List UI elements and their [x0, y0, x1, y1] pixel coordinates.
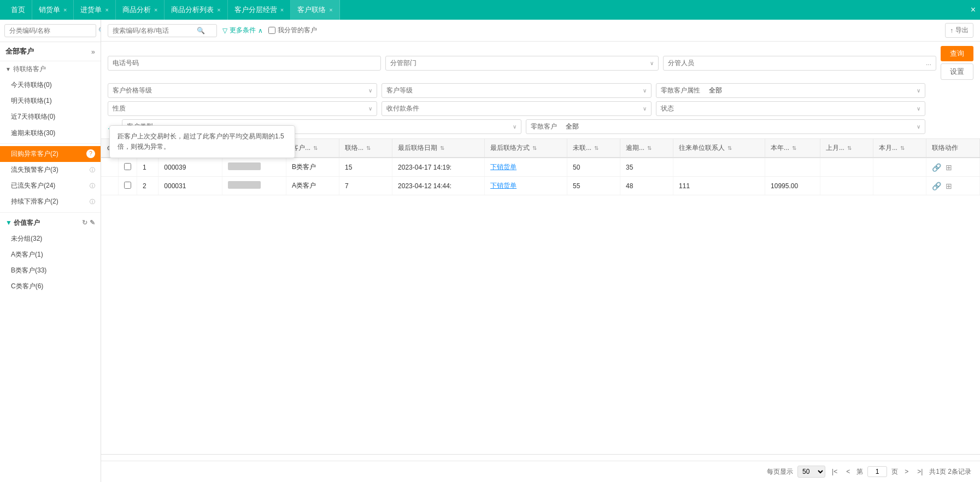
sidebar-item-overdue[interactable]: 逾期未联络(30) — [0, 125, 101, 141]
th-this-year[interactable]: 本年... ⇅ — [765, 139, 820, 158]
page-input[interactable] — [867, 466, 887, 477]
td-index-1: 1 — [137, 158, 159, 177]
tab-customer-seg[interactable]: 客户分层经营 × — [228, 0, 291, 20]
settings-button[interactable]: 设置 — [941, 63, 973, 80]
filter-phone[interactable]: 电话号码 — [108, 56, 381, 71]
sidebar-item-class-a[interactable]: A类客户(1) — [0, 247, 101, 263]
filter-manager[interactable]: 分管人员 ... — [663, 56, 936, 71]
action-link-icon-1[interactable]: 🔗 — [932, 163, 941, 172]
th-unit-contact[interactable]: 往来单位联系人 ⇅ — [673, 139, 765, 158]
more-filters-button[interactable]: ▽ 更多条件 ∧ — [222, 26, 263, 35]
sidebar-item-tomorrow[interactable]: 明天待联络(1) — [0, 93, 101, 109]
row-checkbox-1[interactable] — [124, 163, 131, 170]
filter-price-level[interactable]: 客户价格等级 ∨ — [108, 83, 377, 98]
sort-icon-level: ⇅ — [313, 145, 318, 151]
sort-icon-contact: ⇅ — [366, 145, 371, 151]
horizontal-scrollbar[interactable] — [101, 454, 980, 461]
td-last-way-1[interactable]: 下销货单 — [485, 158, 567, 177]
filter-customer-level[interactable]: 客户等级 ∨ — [382, 83, 651, 98]
sidebar-item-churned[interactable]: 已流失客户(24) ⓘ — [0, 178, 101, 194]
sidebar-item-7days[interactable]: 近7天待联络(0) — [0, 109, 101, 125]
per-page-select[interactable]: 50 20 100 — [797, 466, 825, 478]
td-unit-2: 111 — [673, 177, 765, 195]
export-button[interactable]: ↑ 导出 — [945, 23, 973, 38]
search-input[interactable] — [113, 27, 195, 34]
action-link-icon-2[interactable]: 🔗 — [932, 182, 941, 190]
sidebar-section-waiting-title[interactable]: ▼ 待联络客户 — [0, 61, 101, 77]
filter-status[interactable]: 状态 ∨ — [656, 101, 925, 116]
sidebar-section-waiting: ▼ 待联络客户 今天待联络(0) 明天待联络(1) 近7天待联络(0) 逾期未联… — [0, 61, 101, 141]
th-overdue[interactable]: 逾期... ⇅ — [620, 139, 673, 158]
tab-analysis-close[interactable]: × — [154, 7, 157, 13]
td-contact-2: 7 — [339, 177, 392, 195]
td-code-2: 000031 — [159, 177, 222, 195]
filter-bar: 🔍 ▽ 更多条件 ∧ 我分管的客户 ↑ 导出 — [101, 20, 980, 42]
row-checkbox-2[interactable] — [124, 182, 131, 189]
blurred-name-1 — [228, 162, 261, 170]
search-icon[interactable]: 🔍 — [197, 27, 205, 34]
prev-page-btn[interactable]: < — [844, 467, 852, 477]
sidebar-search-input[interactable] — [4, 24, 96, 37]
td-action-2: 🔗 ⊞ — [926, 177, 979, 195]
sidebar-item-declining[interactable]: 持续下滑客户(2) ⓘ — [0, 194, 101, 210]
sidebar-all-customers[interactable]: 全部客户 » — [0, 42, 101, 61]
th-this-month[interactable]: 本月... ⇅ — [873, 139, 926, 158]
tab-sales[interactable]: 销货单 × — [32, 0, 74, 20]
tab-purchase-close[interactable]: × — [105, 7, 108, 13]
td-contact-1: 15 — [339, 158, 392, 177]
chevron-down-icon-2: ∨ — [368, 88, 372, 94]
refresh-icon[interactable]: ↻ — [82, 219, 87, 227]
tab-customer-contact[interactable]: 客户联络 × — [291, 0, 339, 20]
td-lmonth-2 — [820, 177, 873, 195]
td-check-2 — [119, 177, 137, 195]
first-page-btn[interactable]: |< — [830, 467, 840, 477]
filter-retail-customer[interactable]: 零散客户 全部 ∨ — [526, 119, 925, 134]
sort-icon-unread: ⇅ — [594, 145, 598, 151]
tab-purchase[interactable]: 进货单 × — [74, 0, 115, 20]
td-last-way-2[interactable]: 下销货单 — [485, 177, 567, 195]
th-unread[interactable]: 未联... ⇅ — [567, 139, 620, 158]
sidebar-content: 全部客户 » ▼ 待联络客户 今天待联络(0) 明天待联络(1) 近7天待联络(… — [0, 42, 101, 482]
tab-customer-seg-close[interactable]: × — [280, 7, 284, 13]
sidebar-item-today[interactable]: 今天待联络(0) — [0, 77, 101, 93]
tab-analysis-list[interactable]: 商品分析列表 × — [165, 0, 227, 20]
sidebar-item-class-c[interactable]: C类客户(6) — [0, 278, 101, 294]
action-grid-icon-2[interactable]: ⊞ — [946, 182, 952, 190]
sidebar-search-area: 🔍 — [0, 20, 101, 42]
th-contact[interactable]: 联络... ⇅ — [339, 139, 392, 158]
td-action-1: 🔗 ⊞ — [926, 158, 979, 177]
tab-customer-contact-close[interactable]: × — [329, 7, 332, 13]
window-close-button[interactable]: × — [971, 0, 976, 20]
tab-sales-close[interactable]: × — [63, 7, 67, 13]
sort-icon-date: ⇅ — [440, 145, 444, 151]
tab-home[interactable]: 首页 — [4, 0, 32, 20]
blurred-name-2 — [228, 181, 261, 189]
sidebar-item-churn-warning[interactable]: 流失预警客户(3) ⓘ — [0, 162, 101, 178]
top-nav: 首页 销货单 × 进货单 × 商品分析 × 商品分析列表 × 客户分层经营 × … — [0, 0, 980, 20]
th-last-contact-way[interactable]: 最后联络方式 ⇅ — [485, 139, 567, 158]
th-last-contact-date[interactable]: 最后联络日期 ⇅ — [392, 139, 485, 158]
filter-payment[interactable]: 收付款条件 ∨ — [382, 101, 651, 116]
chevron-down-icon-3: ∨ — [643, 88, 647, 94]
filter-dept[interactable]: 分管部门 ∨ — [385, 56, 659, 71]
sort-icon-way: ⇅ — [532, 145, 537, 151]
action-grid-icon-1[interactable]: ⊞ — [946, 163, 952, 172]
sidebar-item-repurchase-abnormal[interactable]: 回购异常客户(2) ? — [0, 146, 101, 162]
sidebar-item-ungroup[interactable]: 未分组(32) — [0, 231, 101, 247]
query-button[interactable]: 查询 — [941, 46, 973, 61]
filter-gender[interactable]: 性质 ∨ — [108, 101, 377, 116]
sidebar-collapse-btn[interactable]: » — [91, 48, 95, 56]
last-page-btn[interactable]: >| — [915, 467, 925, 477]
tab-analysis[interactable]: 商品分析 × — [116, 0, 165, 20]
th-last-month[interactable]: 上月... ⇅ — [820, 139, 873, 158]
next-page-btn[interactable]: > — [902, 467, 911, 477]
sidebar-item-class-b[interactable]: B类客户(33) — [0, 263, 101, 278]
chevron-down-icon-4: ∨ — [917, 88, 920, 94]
chevron-up-icon: ∧ — [258, 27, 263, 34]
filter-retail-attr[interactable]: 零散客户属性 全部 ∨ — [656, 83, 925, 98]
edit-icon[interactable]: ✎ — [90, 219, 95, 227]
dots-icon[interactable]: ... — [926, 59, 931, 67]
my-customers-checkbox[interactable] — [268, 27, 275, 34]
tab-analysis-list-close[interactable]: × — [217, 7, 220, 13]
chevron-down-icon-8: ∨ — [513, 124, 517, 130]
